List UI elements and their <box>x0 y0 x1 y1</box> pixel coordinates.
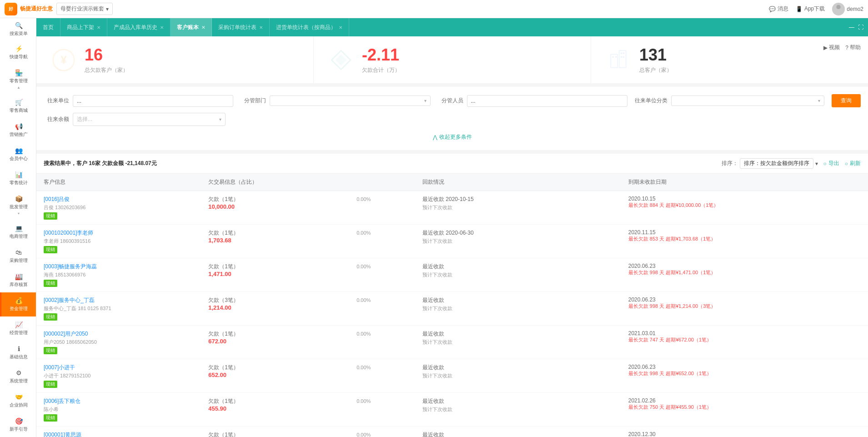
sidebar: 🔍 搜索菜单 ⚡ 快捷导航 🏪 零售管理 ▲ 🛒 零售商城 📢 营销推广 � <box>0 18 36 437</box>
overdue-detail[interactable]: 最长欠款 884 天 超期¥10,000.00（1笔） <box>628 202 719 208</box>
customer-name-link[interactable]: [0003]畅捷服务尹海蕊 <box>44 263 97 270</box>
customer-name-link[interactable]: [0001020001]李老师 <box>44 230 93 236</box>
tab-home[interactable]: 首页 <box>36 18 60 36</box>
sidebar-item-ecommerce[interactable]: 💻 电商管理 <box>0 220 36 244</box>
refresh-icon: ○ <box>845 161 848 167</box>
total-customers-label: 总客户（家） <box>639 66 672 74</box>
overdue-detail[interactable]: 最长欠款 750 天 超期¥455.90（1笔） <box>628 404 712 410</box>
recovery-next: 预计下次收款 <box>422 339 614 346</box>
tab-close-customer[interactable]: ✕ <box>201 25 205 30</box>
export-button[interactable]: ○ 导出 <box>823 160 839 167</box>
sidebar-item-purchase[interactable]: 🛍 采购管理 <box>0 244 36 268</box>
customer-name-link[interactable]: [0006]丢下粮仓 <box>44 398 80 404</box>
debt-amount-link[interactable]: 652.00 <box>208 372 342 378</box>
customer-badge: 现销 <box>44 414 57 422</box>
sidebar-item-system[interactable]: ⚙ 系统管理 <box>0 365 36 389</box>
svg-point-0 <box>837 5 841 9</box>
sidebar-item-search-menu[interactable]: 🔍 搜索菜单 <box>0 18 36 40</box>
filter-collapse-btn[interactable]: ⋀ 收起更多条件 <box>44 131 861 143</box>
recovery-next: 预计下次收款 <box>422 204 614 211</box>
sidebar-item-quick-nav[interactable]: ⚡ 快捷导航 <box>0 40 36 65</box>
debt-amount-link[interactable]: 1,214.00 <box>208 304 342 311</box>
tab-close-purchase-stats[interactable]: ✕ <box>339 25 342 30</box>
sidebar-item-new-guide[interactable]: 🎯 新手引导 <box>0 413 36 437</box>
source-unit-input[interactable]: ... <box>73 95 233 107</box>
stat-card-debt-customers: ¥ 16 总欠款客户（家） <box>36 36 314 83</box>
basic-info-icon: ℹ <box>18 345 20 352</box>
sidebar-item-retail-mgmt[interactable]: 🏪 零售管理 ▲ <box>0 65 36 94</box>
customer-name-link[interactable]: [000001]黄思源 <box>44 432 81 437</box>
app-download-button[interactable]: 📱 App下载 <box>796 5 825 13</box>
debt-ratio-cell: 0.00% <box>349 393 415 427</box>
overdue-detail[interactable]: 最长欠款 998 天 超期¥652.00（1笔） <box>628 371 712 376</box>
customer-badge: 现销 <box>44 212 57 220</box>
remaining-select[interactable]: 选择... ▾ <box>73 113 226 126</box>
tab-close-produce[interactable]: ✕ <box>160 25 164 30</box>
video-btn[interactable]: ▶ 视频 <box>823 44 840 51</box>
customer-name-link[interactable]: [000002]用户2050 <box>44 331 88 337</box>
sidebar-item-member[interactable]: 👥 会员中心 <box>0 142 36 166</box>
customer-name-link[interactable]: [0002]服务中心_丁磊 <box>44 297 95 303</box>
customer-name-link[interactable]: [0007]小进干 <box>44 364 75 371</box>
sort-select[interactable]: 排序：按欠款金额倒序排序 <box>740 158 813 169</box>
dept-select[interactable]: ▾ <box>270 95 430 106</box>
debt-amount-link[interactable]: 672.00 <box>208 338 342 345</box>
debt-info-cell: 欠款（1笔） 672.00 <box>201 326 349 359</box>
sidebar-item-finance[interactable]: 💰 资金管理 <box>0 292 36 316</box>
stat-info-amount: -2.11 欠款合计（万） <box>362 45 400 74</box>
store-selector[interactable]: 母婴行业演示账套 ▾ <box>56 3 113 15</box>
tab-close-purchase[interactable]: ✕ <box>259 25 263 30</box>
sidebar-item-retail-shop[interactable]: 🛒 零售商城 <box>0 94 36 118</box>
sidebar-item-retail-stats[interactable]: 📊 零售统计 <box>0 166 36 191</box>
tab-produce-history[interactable]: 产成品入库单历史 ✕ <box>107 18 171 36</box>
unit-category-select[interactable]: ▾ <box>671 95 824 106</box>
sidebar-item-enterprise[interactable]: 🤝 企业协同 <box>0 389 36 413</box>
overdue-detail[interactable]: 最长欠款 747 天 超期¥672.00（1笔） <box>628 337 712 342</box>
overdue-detail[interactable]: 最长欠款 998 天 超期¥1,471.00（1笔） <box>628 270 716 275</box>
tab-purchase-stats[interactable]: 进货单统计表（按商品） ✕ <box>270 18 349 36</box>
debt-amount-link[interactable]: 1,471.00 <box>208 271 342 277</box>
tab-close-products[interactable]: ✕ <box>97 25 100 30</box>
query-button[interactable]: 查询 <box>832 94 861 107</box>
tab-products-off-label: 商品上下架 <box>67 24 94 31</box>
refresh-button[interactable]: ○ 刷新 <box>845 160 861 167</box>
message-button[interactable]: 💬 消息 <box>769 5 788 13</box>
debt-info-cell: 欠款（1笔） 652.00 <box>201 359 349 393</box>
sidebar-item-business[interactable]: 📈 经营管理 <box>0 316 36 341</box>
tab-maximize-icon[interactable]: ⛶ <box>858 24 863 30</box>
summary-debt-prefix: 欠款金额 <box>102 160 124 166</box>
overdue-detail[interactable]: 最长欠款 998 天 超期¥1,214.00（3笔） <box>628 303 716 309</box>
sidebar-item-inventory[interactable]: 🏭 库存核算 <box>0 268 36 292</box>
due-date-cell: 2020.06.23 最长欠款 998 天 超期¥1,471.00（1笔） <box>621 258 868 292</box>
recovery-date: 最近收款 <box>422 397 614 405</box>
overdue-date: 2021.03.01 <box>628 330 861 337</box>
customer-name-link[interactable]: [0016]吕俊 <box>44 196 70 202</box>
ecommerce-icon: 💻 <box>15 225 23 232</box>
help-btn[interactable]: ? 帮助 <box>845 44 861 51</box>
tab-minimize-icon[interactable]: — <box>849 24 854 30</box>
debt-amount-link[interactable]: 10,000.00 <box>208 203 342 210</box>
manager-input[interactable]: ... <box>467 95 627 107</box>
debt-amount-link[interactable]: 455.90 <box>208 405 342 412</box>
customer-contact: 吕俊 13026203696 <box>44 204 194 211</box>
sidebar-item-basic-info[interactable]: ℹ 基础信息 <box>0 341 36 365</box>
overdue-detail[interactable]: 最长欠款 853 天 超期¥1,703.68（1笔） <box>628 236 716 241</box>
table-area: 搜索结果中，客户 16家 欠款金额 -21,148.07元 排序： 排序：按欠款… <box>36 154 868 437</box>
stat-info-total: 131 总客户（家） <box>639 45 672 74</box>
sidebar-item-batch-mgmt[interactable]: 📦 批发管理 ▾ <box>0 191 36 220</box>
overdue-date: 2020.12.30 <box>628 431 861 437</box>
tab-customer-account[interactable]: 客户账本 ✕ <box>171 18 212 36</box>
tab-purchase-order[interactable]: 采购订单统计表 ✕ <box>212 18 270 36</box>
recovery-cell: 最近收款 预计下次收款 <box>415 427 621 437</box>
debt-count: 欠款（1笔） <box>208 263 342 271</box>
sort-label-text: 排序： 排序：按欠款金额倒序排序 ▾ <box>722 158 818 169</box>
debt-amount-link[interactable]: 1,703.68 <box>208 237 342 244</box>
customer-badge: 现销 <box>44 347 57 354</box>
sidebar-item-marketing[interactable]: 📢 营销推广 <box>0 118 36 142</box>
overdue-date: 2020.06.23 <box>628 364 861 370</box>
user-menu-button[interactable]: demo2 <box>832 3 863 15</box>
page-content: ¥ 16 总欠款客户（家） <box>36 36 868 437</box>
table-header-row: 搜索结果中，客户 16家 欠款金额 -21,148.07元 排序： 排序：按欠款… <box>36 154 868 174</box>
tab-products-off[interactable]: 商品上下架 ✕ <box>60 18 107 36</box>
svg-text:¥: ¥ <box>61 54 67 66</box>
